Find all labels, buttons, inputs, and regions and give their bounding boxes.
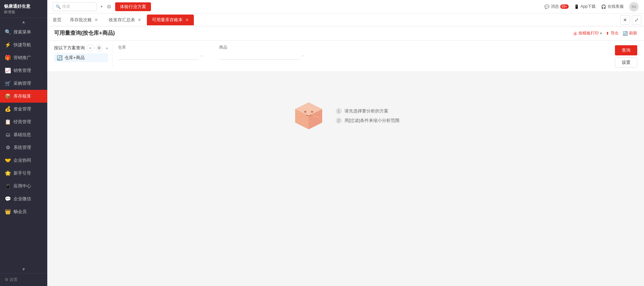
- filter-settings-button[interactable]: 设置: [615, 57, 637, 68]
- scheme-icon: 🔄: [57, 55, 62, 60]
- sidebar-label-vip: 畅会员: [14, 209, 27, 215]
- page-title: 可用量查询(按仓库+商品): [54, 30, 115, 37]
- warehouse-more-button[interactable]: ···: [200, 54, 203, 58]
- sidebar-item-appcenter[interactable]: 📱应用中心: [0, 180, 47, 192]
- sidebar-icon-operation: 📋: [5, 119, 11, 125]
- manage-scheme-button[interactable]: ⚙: [96, 45, 102, 51]
- search-dropdown-arrow[interactable]: ▾: [101, 4, 103, 9]
- trial-button[interactable]: 体验行业方案: [115, 2, 151, 11]
- add-scheme-button[interactable]: ＋: [87, 45, 94, 51]
- scheme-label: 按以下方案查询: [54, 45, 85, 51]
- sidebar-label-basic: 基础信息: [14, 132, 31, 138]
- sidebar-item-system[interactable]: ⚙系统管理: [0, 141, 47, 154]
- appdownload-label: App下载: [581, 4, 596, 9]
- tab-available-label: 可用量库存账本: [152, 17, 183, 23]
- tip-num-1: 1: [336, 108, 342, 114]
- sidebar-icon-vip: 👑: [5, 209, 11, 215]
- scheme-label-text: 仓库+商品: [65, 55, 85, 61]
- sidebar-label-quicknav: 快捷导航: [14, 42, 31, 48]
- tab-available-close[interactable]: ✕: [185, 18, 189, 22]
- sidebar-item-vip[interactable]: 👑畅会员: [0, 205, 47, 218]
- appdownload-icon: 📱: [574, 4, 579, 9]
- empty-tip-1: 1 请先选择要分析的方案: [336, 108, 400, 114]
- tab-maximize[interactable]: ⤢: [632, 15, 641, 25]
- refresh-icon: 🔄: [623, 31, 628, 36]
- tabs-bar: 首页 库存批次账 ✕ 收发存汇总表 ✕ 可用量库存账本 ✕ ✕ ⤢: [47, 14, 644, 26]
- sidebar-item-search[interactable]: 🔍搜索菜单: [0, 26, 47, 38]
- collapse-button[interactable]: «: [106, 46, 108, 51]
- messages-item[interactable]: 💬 消息 99+: [544, 4, 569, 9]
- user-avatar[interactable]: Rit: [629, 2, 639, 11]
- filter-field-warehouse: 仓库 ···: [118, 45, 212, 60]
- tab-summary-close[interactable]: ✕: [138, 18, 141, 22]
- sidebar-icon-system: ⚙: [5, 145, 11, 151]
- main-area: 🔍 搜索 ▾ ⚙ 体验行业方案 💬 消息 99+ 📱 App下载 🎧 在线客服 …: [47, 0, 644, 286]
- tab-summary-label: 收发存汇总表: [109, 17, 135, 23]
- tab-available-stock[interactable]: 可用量库存账本 ✕: [147, 15, 194, 25]
- search-icon: 🔍: [56, 4, 61, 9]
- print-dropdown-arrow[interactable]: ▾: [600, 31, 602, 35]
- scheme-warehouse-product[interactable]: 🔄 仓库+商品: [54, 53, 108, 62]
- tab-inventory-summary[interactable]: 收发存汇总表 ✕: [104, 15, 146, 25]
- settings-icon[interactable]: ⚙: [107, 4, 111, 10]
- sidebar-label-sales: 销售管理: [14, 68, 31, 74]
- app-name: 畅康通好生意: [4, 3, 43, 9]
- warehouse-input[interactable]: [118, 52, 199, 60]
- sidebar-item-marketing[interactable]: 🎁营销推广: [0, 51, 47, 64]
- warehouse-label: 仓库: [118, 45, 212, 50]
- refresh-label: 刷新: [629, 30, 637, 36]
- export-button[interactable]: ⬆ 导出: [606, 30, 619, 36]
- sidebar-item-wechat[interactable]: 💬企业微信: [0, 192, 47, 205]
- warehouse-input-row: ···: [118, 52, 212, 60]
- sidebar-icon-collab: 🤝: [5, 157, 11, 163]
- filter-field-product: 商品 ···: [219, 45, 314, 60]
- sidebar-icon-search: 🔍: [5, 29, 11, 35]
- message-icon: 💬: [544, 4, 549, 9]
- sidebar-label-system: 系统管理: [14, 145, 31, 151]
- empty-illustration: [292, 99, 326, 133]
- sidebar-item-operation[interactable]: 📋经营管理: [0, 115, 47, 128]
- support-icon: 🎧: [601, 4, 606, 9]
- sidebar-scroll-up[interactable]: ▲: [0, 18, 47, 26]
- print-button[interactable]: 🖨 按模板打印 ▾: [573, 30, 602, 36]
- empty-visual: 1 请先选择要分析的方案 2 用[过滤]条件来缩小分析范围: [292, 99, 400, 133]
- filter-fields: 仓库 ··· 商品 ···: [118, 45, 610, 68]
- tab-batch[interactable]: 库存批次账 ✕: [65, 15, 103, 25]
- support-label: 在线客服: [608, 4, 624, 9]
- sidebar-label-wechat: 企业微信: [14, 196, 31, 202]
- page-header: 可用量查询(按仓库+商品) 🖨 按模板打印 ▾ ⬆ 导出 🔄 刷新: [47, 26, 644, 41]
- sidebar-item-sales[interactable]: 📈销售管理: [0, 64, 47, 77]
- header-right: 💬 消息 99+ 📱 App下载 🎧 在线客服 Rit: [544, 2, 639, 11]
- support-item[interactable]: 🎧 在线客服: [601, 4, 624, 9]
- sidebar-item-finance[interactable]: 💰资金管理: [0, 103, 47, 115]
- sidebar-item-purchase[interactable]: 🛒采购管理: [0, 77, 47, 90]
- sidebar-item-collab[interactable]: 🤝企业协同: [0, 154, 47, 167]
- product-input[interactable]: [219, 52, 300, 60]
- sidebar-item-inventory[interactable]: 📦库存核算: [0, 90, 47, 103]
- sidebar-item-quicknav[interactable]: ⚡快捷导航: [0, 38, 47, 51]
- tab-batch-close[interactable]: ✕: [95, 18, 98, 22]
- tab-close-window[interactable]: ✕: [620, 15, 630, 25]
- empty-tip-2: 2 用[过滤]条件来缩小分析范围: [336, 118, 400, 124]
- sidebar-scroll-down[interactable]: ▼: [0, 265, 47, 273]
- query-button[interactable]: 查询: [615, 45, 637, 55]
- empty-tip-1-text: 请先选择要分析的方案: [344, 108, 388, 114]
- sidebar-item-basic[interactable]: 🗂基础信息: [0, 128, 47, 141]
- header-search-box[interactable]: 🔍 搜索: [53, 2, 97, 11]
- refresh-button[interactable]: 🔄 刷新: [623, 30, 637, 36]
- sidebar-icon-sales: 📈: [5, 68, 11, 74]
- tab-home[interactable]: 首页: [50, 17, 64, 23]
- sidebar-label-purchase: 采购管理: [14, 80, 31, 86]
- sidebar-item-guide[interactable]: 🌟新手引导: [0, 167, 47, 180]
- sidebar-label-marketing: 营销推广: [14, 55, 31, 61]
- product-label: 商品: [219, 45, 314, 50]
- filter-actions: 查询 设置: [615, 45, 637, 68]
- page-content: 可用量查询(按仓库+商品) 🖨 按模板打印 ▾ ⬆ 导出 🔄 刷新: [47, 26, 644, 286]
- sidebar-bottom[interactable]: ⚙ 设置: [0, 273, 47, 286]
- app-download-item[interactable]: 📱 App下载: [574, 4, 596, 9]
- sidebar: 畅康通好生意 标准版 ▲ 🔍搜索菜单⚡快捷导航🎁营销推广📈销售管理🛒采购管理📦库…: [0, 0, 47, 286]
- tabs-actions: ✕ ⤢: [620, 15, 641, 25]
- svg-point-4: [304, 111, 306, 113]
- product-more-button[interactable]: ···: [302, 54, 305, 58]
- sidebar-icon-finance: 💰: [5, 106, 11, 112]
